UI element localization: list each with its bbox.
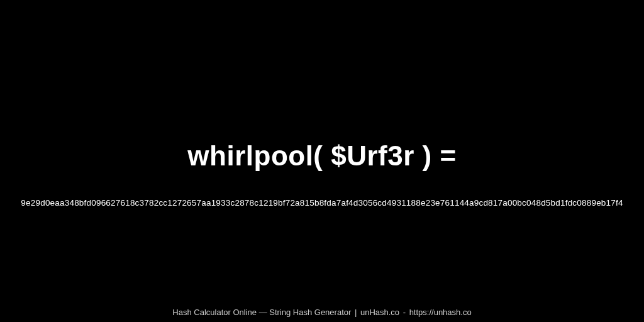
footer-description: Hash Calculator Online — String Hash Gen… (172, 308, 351, 317)
footer: Hash Calculator Online — String Hash Gen… (0, 308, 644, 317)
hash-expression-heading: whirlpool( $Urf3r ) = (187, 140, 456, 172)
hash-output-value: 9e29d0eaa348bfd096627618c3782cc1272657aa… (8, 198, 635, 208)
footer-link-brand[interactable]: unHash.co (360, 308, 399, 317)
footer-separator: | (352, 308, 359, 317)
footer-link-url[interactable]: https://unhash.co (409, 308, 472, 317)
main-content: whirlpool( $Urf3r ) = 9e29d0eaa348bfd096… (0, 0, 644, 322)
footer-separator: - (401, 308, 408, 317)
